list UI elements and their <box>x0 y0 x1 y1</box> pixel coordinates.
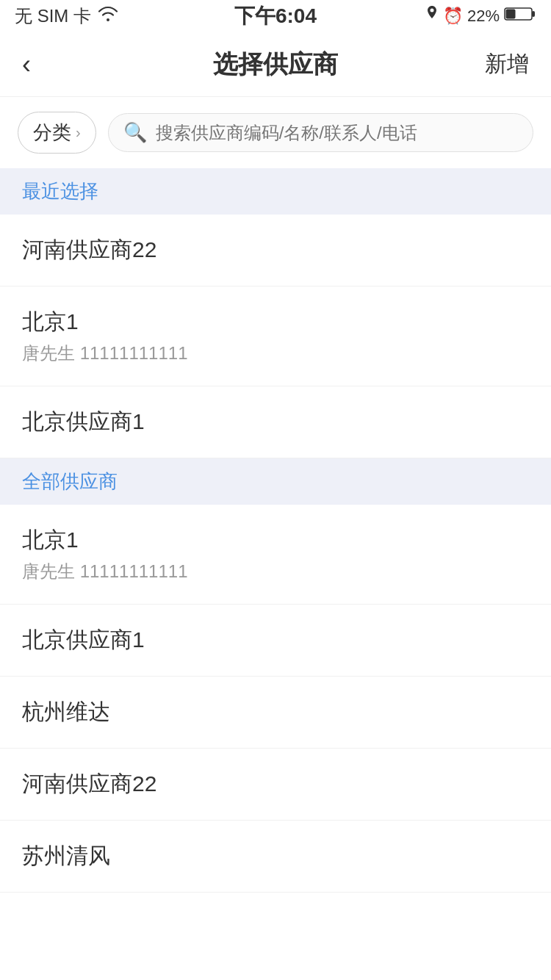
category-button[interactable]: 分类 › <box>18 112 96 154</box>
list-item[interactable]: 北京供应商1 <box>0 605 551 677</box>
filter-bar: 分类 › 🔍 <box>0 97 551 168</box>
recent-section-header: 最近选择 <box>0 168 551 215</box>
search-input[interactable] <box>156 123 518 143</box>
list-item[interactable]: 河南供应商22 <box>0 749 551 821</box>
list-item[interactable]: 北京1唐先生 11111111111 <box>0 505 551 605</box>
list-item[interactable]: 北京1唐先生 11111111111 <box>0 287 551 386</box>
item-name: 北京供应商1 <box>22 625 529 655</box>
svg-rect-1 <box>506 10 516 19</box>
search-box: 🔍 <box>108 113 533 152</box>
nav-bar: ‹ 选择供应商 新增 <box>0 32 551 97</box>
all-items-list: 北京1唐先生 11111111111北京供应商1杭州维达河南供应商22苏州清风 <box>0 505 551 893</box>
page-title: 选择供应商 <box>213 48 338 82</box>
new-button[interactable]: 新增 <box>485 49 529 79</box>
list-item[interactable]: 北京供应商1 <box>0 386 551 458</box>
wifi-icon <box>97 6 119 26</box>
chevron-right-icon: › <box>76 124 81 141</box>
item-name: 北京1 <box>22 307 529 337</box>
alarm-icon: ⏰ <box>443 7 463 26</box>
list-item[interactable]: 苏州清风 <box>0 821 551 893</box>
status-left: 无 SIM 卡 <box>15 4 119 28</box>
battery-text: 22% <box>467 7 500 26</box>
category-label: 分类 <box>33 120 71 145</box>
item-name: 北京供应商1 <box>22 407 529 437</box>
back-button[interactable]: ‹ <box>22 49 66 80</box>
status-bar: 无 SIM 卡 下午6:04 ⏰ 22% <box>0 0 551 32</box>
all-section-label: 全部供应商 <box>22 470 118 492</box>
item-name: 北京1 <box>22 525 529 555</box>
sim-label: 无 SIM 卡 <box>15 4 91 28</box>
list-item[interactable]: 杭州维达 <box>0 677 551 749</box>
svg-rect-2 <box>532 11 535 17</box>
list-item[interactable]: 河南供应商22 <box>0 215 551 287</box>
recent-items-list: 河南供应商22北京1唐先生 11111111111北京供应商1 <box>0 215 551 458</box>
item-sub: 唐先生 11111111111 <box>22 560 529 583</box>
item-name: 苏州清风 <box>22 841 529 871</box>
status-time: 下午6:04 <box>234 2 317 30</box>
item-name: 河南供应商22 <box>22 769 529 799</box>
status-right: ⏰ 22% <box>425 6 536 26</box>
search-icon: 🔍 <box>123 121 147 144</box>
all-section-header: 全部供应商 <box>0 458 551 505</box>
battery-icon <box>504 6 536 26</box>
item-sub: 唐先生 11111111111 <box>22 342 529 365</box>
location-icon <box>425 6 439 26</box>
item-name: 杭州维达 <box>22 697 529 727</box>
recent-section-label: 最近选择 <box>22 180 98 202</box>
item-name: 河南供应商22 <box>22 235 529 265</box>
